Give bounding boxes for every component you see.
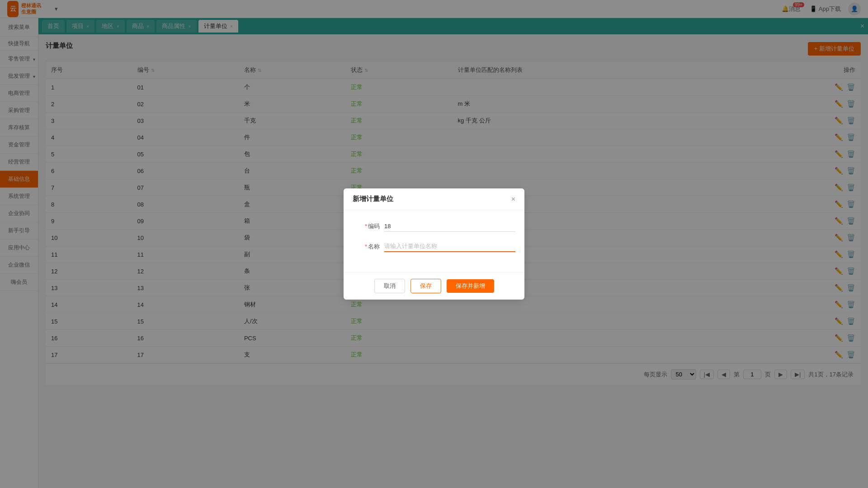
code-label: *编码: [353, 222, 380, 230]
required-mark: *: [365, 223, 367, 230]
modal-body: *编码 *名称: [344, 210, 524, 272]
modal-overlay: 新增计量单位 × *编码 *名称 取消 保存 保存并新增: [0, 0, 868, 488]
add-unit-modal: 新增计量单位 × *编码 *名称 取消 保存 保存并新增: [344, 188, 524, 300]
required-mark: *: [365, 243, 367, 250]
code-form-row: *编码: [353, 221, 515, 232]
code-input[interactable]: [384, 221, 515, 232]
name-form-row: *名称: [353, 241, 515, 252]
name-label: *名称: [353, 243, 380, 251]
cancel-button[interactable]: 取消: [374, 279, 405, 293]
modal-close-button[interactable]: ×: [511, 195, 515, 203]
modal-footer: 取消 保存 保存并新增: [344, 272, 524, 300]
modal-title: 新增计量单位: [353, 195, 393, 203]
save-button[interactable]: 保存: [410, 279, 441, 293]
name-input[interactable]: [384, 241, 515, 252]
modal-header: 新增计量单位 ×: [344, 188, 524, 210]
save-and-add-button[interactable]: 保存并新增: [447, 279, 494, 293]
